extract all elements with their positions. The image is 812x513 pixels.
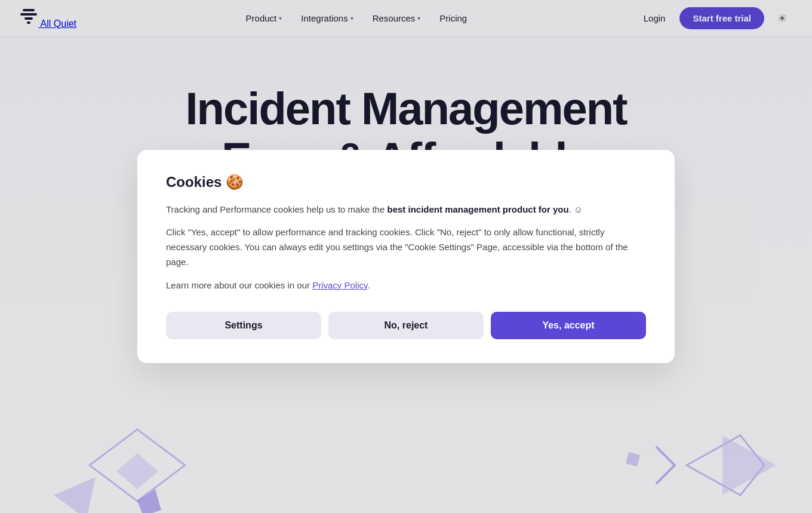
cookie-title: Cookies 🍪	[166, 174, 646, 191]
cookie-overlay: Cookies 🍪 Tracking and Performance cooki…	[0, 0, 812, 513]
privacy-policy-link[interactable]: Privacy Policy	[312, 280, 367, 290]
cookie-accept-button[interactable]: Yes, accept	[491, 312, 646, 339]
cookie-banner: Cookies 🍪 Tracking and Performance cooki…	[137, 150, 675, 364]
cookie-body-2: Click "Yes, accept" to allow performance…	[166, 225, 646, 269]
cookie-settings-button[interactable]: Settings	[166, 312, 321, 339]
cookie-privacy: Learn more about our cookies in our Priv…	[166, 278, 646, 293]
cookie-actions: Settings No, reject Yes, accept	[166, 312, 646, 339]
cookie-body: Tracking and Performance cookies help us…	[166, 202, 646, 217]
cookie-reject-button[interactable]: No, reject	[328, 312, 484, 339]
